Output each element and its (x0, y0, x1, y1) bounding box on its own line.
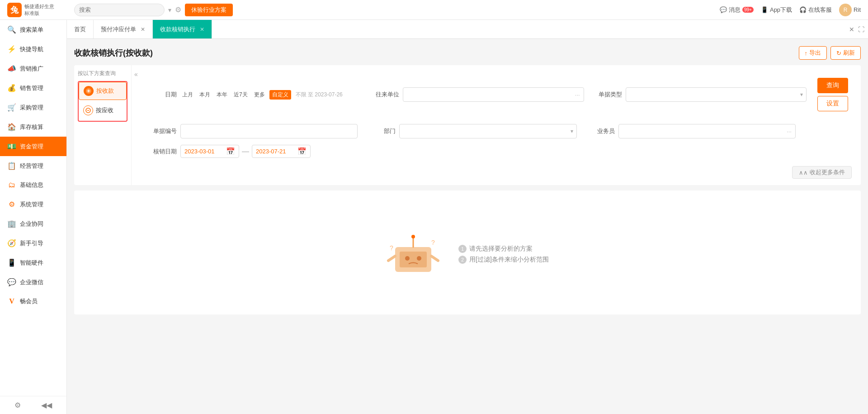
sidebar-item-sales[interactable]: 💰 销售管理 (0, 78, 66, 98)
device-icon: 📱 (7, 258, 16, 267)
salesperson-label: 业务员 (588, 127, 615, 135)
svg-text:?: ? (431, 239, 435, 246)
sidebar-bottom: ⚙ ◀◀ (0, 396, 66, 414)
settings-button[interactable]: 设置 (817, 96, 848, 111)
date-btn-7days[interactable]: 近7天 (232, 90, 250, 100)
sidebar-item-wecom[interactable]: 💬 企业微信 (0, 272, 66, 292)
sidebar-item-smart-hw[interactable]: 📱 智能硬件 (0, 253, 66, 272)
sidebar-item-biz-manage[interactable]: 📋 经营管理 (0, 156, 66, 176)
more-conditions-button[interactable]: ∧∧ 收起更多条件 (792, 166, 852, 179)
doc-type-select[interactable] (626, 87, 807, 102)
tab-label: 首页 (74, 25, 86, 33)
date-btn-last-month[interactable]: 上月 (180, 90, 195, 100)
sidebar-label: 采购管理 (20, 104, 43, 112)
message-button[interactable]: 💬 消息 99+ (720, 6, 754, 14)
counterpart-input-wrap[interactable]: ··· (403, 87, 584, 102)
collapse-icon: « (134, 71, 138, 78)
query-button[interactable]: 查询 (817, 78, 848, 93)
sidebar-label: 企业协同 (20, 220, 43, 228)
compass-icon: 🧭 (7, 239, 16, 247)
content-area: 首页 预付冲应付单 ✕ 收款核销执行 ✕ ✕ ⛶ 收款核销执行(按收款) ↑ (67, 20, 868, 414)
date-btn-more[interactable]: 更多 (252, 90, 267, 100)
tab-expand-icon[interactable]: ⛶ (858, 26, 864, 33)
page-header: 收款核销执行(按收款) ↑ 导出 ↻ 刷新 (74, 46, 861, 60)
sidebar-item-finance[interactable]: 💵 资金管理 (0, 137, 66, 156)
calendar-end-icon[interactable]: 📅 (297, 147, 307, 156)
tab-close-icon[interactable]: ✕ (141, 26, 145, 33)
chevron-up-icon: ∧∧ (799, 169, 808, 176)
solution-button[interactable]: 休验行业方案 (185, 4, 233, 16)
settings-icon[interactable]: ⚙ (175, 5, 181, 14)
house-icon: 🏠 (7, 123, 16, 131)
sales-icon: 💰 (7, 84, 16, 92)
user-menu[interactable]: R Rit (839, 4, 861, 16)
tab-home[interactable]: 首页 (67, 20, 94, 38)
sidebar-item-inventory[interactable]: 🏠 库存核算 (0, 117, 66, 137)
calendar-start-icon[interactable]: 📅 (226, 147, 235, 156)
filter-options-wrapper: 按收款 按应收 (78, 81, 127, 122)
date-end-input[interactable] (256, 148, 296, 155)
online-service-button[interactable]: 🎧 在线客服 (799, 6, 832, 14)
salesperson-input-wrap[interactable]: ··· (618, 124, 796, 138)
date-btn-this-year[interactable]: 本年 (215, 90, 229, 100)
svg-line-8 (388, 256, 395, 261)
dropdown-icon[interactable]: ▾ (168, 6, 171, 14)
user-avatar: R (839, 4, 852, 16)
vip-icon: V (7, 297, 16, 305)
date-start-input[interactable] (184, 148, 224, 155)
date-btn-custom[interactable]: 自定义 (269, 90, 291, 100)
page-header-actions: ↑ 导出 ↻ 刷新 (799, 46, 861, 60)
sidebar-item-quick-nav[interactable]: ⚡ 快捷导航 (0, 39, 66, 59)
logo: 兔 畅捷通好生意 标准版 (7, 3, 74, 17)
dept-label: 部门 (368, 127, 396, 135)
date-btn-this-month[interactable]: 本月 (198, 90, 212, 100)
message-badge: 99+ (742, 7, 754, 13)
salesperson-field: 业务员 ··· (588, 124, 796, 138)
tab-close-icon[interactable]: ✕ (200, 26, 204, 33)
sidebar-label: 快捷导航 (20, 45, 43, 53)
date-field: 日期 上月 本月 本年 近7天 更多 自定义 不限 至 2023-07-26 (150, 90, 361, 100)
sidebar-item-basic-info[interactable]: 🗂 基础信息 (0, 176, 66, 195)
sidebar-item-vip[interactable]: V 畅会员 (0, 292, 66, 311)
sidebar-collapse-icon[interactable]: ◀◀ (41, 401, 52, 409)
sidebar-item-marketing[interactable]: 📣 营销推广 (0, 59, 66, 78)
salesperson-input[interactable] (623, 128, 787, 135)
more-conditions-row: ∧∧ 收起更多条件 (150, 166, 852, 179)
sidebar-settings-icon[interactable]: ⚙ (14, 401, 21, 409)
filter-option-by-receipt[interactable]: 按收款 (79, 82, 127, 100)
svg-point-5 (417, 256, 421, 261)
receivable-icon (83, 105, 93, 115)
sidebar-item-enterprise[interactable]: 🏢 企业协同 (0, 214, 66, 233)
sidebar-item-guide[interactable]: 🧭 新手引导 (0, 233, 66, 253)
page-title: 收款核销执行(按收款) (74, 48, 153, 58)
tab-label: 预付冲应付单 (101, 25, 136, 33)
app-download-button[interactable]: 📱 App下载 (761, 6, 792, 14)
writeoff-date-field: 核销日期 📅 — 📅 (150, 145, 852, 158)
tab-bar: 首页 预付冲应付单 ✕ 收款核销执行 ✕ ✕ ⛶ (67, 20, 868, 39)
date-separator: — (242, 148, 249, 156)
sidebar: 🔍 搜索菜单 ⚡ 快捷导航 📣 营销推广 💰 销售管理 🛒 采购管理 🏠 库存核… (0, 20, 67, 414)
sidebar-label: 资金管理 (20, 143, 43, 151)
filter-option-by-receivable[interactable]: 按应收 (79, 102, 127, 119)
date-start-wrap: 📅 (180, 145, 239, 158)
tab-close-all-icon[interactable]: ✕ (849, 26, 854, 33)
doc-no-input[interactable] (180, 124, 358, 138)
headset-icon: 🎧 (799, 6, 807, 13)
export-button[interactable]: ↑ 导出 (799, 46, 827, 60)
tab-prepay[interactable]: 预付冲应付单 ✕ (94, 20, 153, 38)
dept-select-wrap (399, 124, 576, 138)
counterpart-ellipsis: ··· (575, 91, 580, 98)
tab-writeoff[interactable]: 收款核销执行 ✕ (153, 20, 212, 38)
search-input[interactable] (74, 4, 165, 16)
svg-point-4 (405, 256, 410, 261)
sidebar-item-sys-manage[interactable]: ⚙ 系统管理 (0, 195, 66, 214)
date-range: 📅 — 📅 (180, 145, 852, 158)
collapse-filter-button[interactable]: « (132, 65, 141, 185)
sidebar-item-purchase[interactable]: 🛒 采购管理 (0, 98, 66, 117)
empty-illustration: ? ? (386, 227, 440, 278)
topbar-search: ▾ ⚙ 休验行业方案 (74, 4, 720, 16)
counterpart-input[interactable] (407, 91, 575, 98)
sidebar-item-search-menu[interactable]: 🔍 搜索菜单 (0, 20, 66, 39)
refresh-button[interactable]: ↻ 刷新 (830, 46, 861, 60)
dept-select[interactable] (399, 124, 576, 138)
